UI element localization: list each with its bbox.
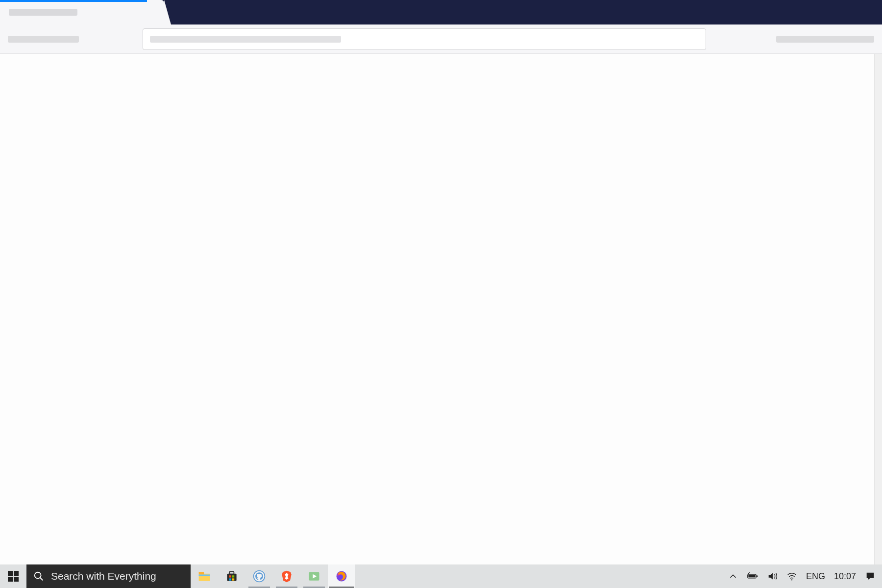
nav-buttons-placeholder xyxy=(8,36,79,43)
clock-label: 10:07 xyxy=(834,571,856,582)
file-explorer-icon xyxy=(197,569,211,583)
svg-rect-5 xyxy=(227,574,236,581)
taskbar-pinned-apps xyxy=(191,564,355,588)
svg-rect-15 xyxy=(757,575,758,577)
wifi-icon xyxy=(786,571,797,582)
start-button[interactable] xyxy=(0,564,26,588)
svg-rect-4 xyxy=(199,575,210,577)
taskbar-app-file-explorer[interactable] xyxy=(191,564,218,588)
taskbar-app-brave[interactable] xyxy=(273,564,300,588)
store-icon xyxy=(225,569,239,583)
firefox-icon xyxy=(335,569,348,583)
tray-network[interactable] xyxy=(782,564,802,588)
taskbar: Search with Everything xyxy=(0,564,882,588)
url-bar[interactable] xyxy=(143,28,706,50)
tray-language[interactable]: ENG xyxy=(802,564,830,588)
svg-rect-7 xyxy=(229,575,231,577)
browser-toolbar xyxy=(0,24,882,54)
browser-tabstrip xyxy=(0,0,882,24)
svg-rect-6 xyxy=(230,571,234,574)
vertical-scrollbar[interactable] xyxy=(874,54,882,564)
svg-rect-10 xyxy=(232,578,234,580)
taskbar-app-firefox[interactable] xyxy=(328,564,355,588)
browser-tab[interactable] xyxy=(0,0,164,24)
battery-icon xyxy=(747,571,758,582)
svg-rect-8 xyxy=(232,575,234,577)
tab-edge xyxy=(164,0,171,24)
tray-overflow-button[interactable] xyxy=(723,564,743,588)
search-icon xyxy=(33,571,44,582)
svg-point-0 xyxy=(35,572,41,579)
svg-point-11 xyxy=(254,571,265,582)
svg-line-1 xyxy=(40,578,43,581)
tray-action-center[interactable] xyxy=(860,564,880,588)
taskbar-app-github-desktop[interactable] xyxy=(245,564,273,588)
tray-clock[interactable]: 10:07 xyxy=(830,564,860,588)
windows-logo-icon xyxy=(8,571,19,582)
github-icon xyxy=(252,569,266,583)
taskbar-search[interactable]: Search with Everything xyxy=(26,564,191,588)
notification-icon xyxy=(865,571,876,582)
url-placeholder xyxy=(150,36,341,43)
brave-icon xyxy=(280,569,294,583)
svg-point-17 xyxy=(791,579,792,580)
browser-content xyxy=(0,54,882,564)
toolbar-actions-placeholder xyxy=(776,36,874,43)
taskbar-search-placeholder: Search with Everything xyxy=(51,570,156,582)
tray-battery[interactable] xyxy=(743,564,762,588)
tab-title-placeholder xyxy=(9,9,77,16)
freetube-icon xyxy=(307,569,321,583)
language-label: ENG xyxy=(806,571,825,582)
speaker-icon xyxy=(767,571,778,582)
system-tray: ENG 10:07 xyxy=(723,564,882,588)
svg-rect-9 xyxy=(229,578,231,580)
chevron-up-icon xyxy=(728,571,738,582)
taskbar-app-freetube[interactable] xyxy=(300,564,328,588)
svg-rect-3 xyxy=(199,572,204,574)
taskbar-app-microsoft-store[interactable] xyxy=(218,564,245,588)
tab-loading-progress xyxy=(0,0,147,2)
svg-rect-16 xyxy=(748,575,755,578)
tray-volume[interactable] xyxy=(762,564,782,588)
